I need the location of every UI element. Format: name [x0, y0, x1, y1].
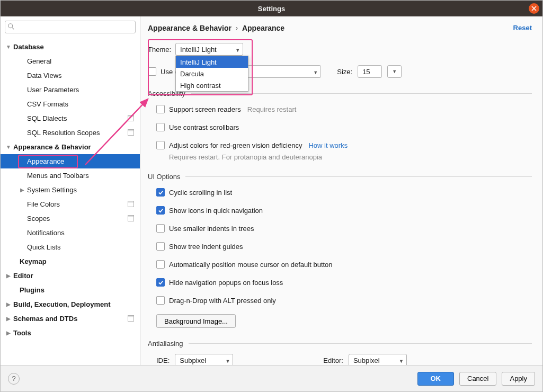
sidebar-item-label: Appearance — [26, 157, 64, 165]
antialiasing-title: Antialiasing — [148, 340, 183, 348]
sidebar-item-label: Editor — [12, 272, 33, 280]
editor-aa-label: Editor: — [323, 357, 343, 364]
sidebar-item-user-parameters[interactable]: User Parameters — [1, 83, 140, 97]
body: ▼DatabaseGeneralData ViewsUser Parameter… — [1, 16, 542, 365]
breadcrumb-current: Appearance — [242, 24, 284, 32]
sidebar-item-keymap[interactable]: Keymap — [1, 254, 140, 269]
sidebar-item-label: Menus and Toolbars — [26, 172, 89, 180]
tree-guides-checkbox[interactable]: Show tree indent guides — [156, 240, 243, 253]
theme-dropdown[interactable]: IntelliJ Light ▼ — [175, 43, 243, 56]
close-button[interactable] — [529, 3, 539, 14]
theme-option-darcula[interactable]: Darcula — [176, 68, 248, 79]
apply-button[interactable]: Apply — [502, 372, 535, 386]
chevron-down-icon: ▼ — [392, 69, 397, 74]
sidebar-item-scopes[interactable]: Scopes — [1, 211, 140, 226]
chevron-right-icon: ▶ — [19, 187, 26, 193]
sidebar-item-editor[interactable]: ▶Editor — [1, 269, 140, 283]
cancel-button[interactable]: Cancel — [459, 372, 496, 386]
sidebar-item-database[interactable]: ▼Database — [1, 40, 140, 54]
sidebar-item-quick-lists[interactable]: Quick Lists — [1, 240, 140, 254]
screen-readers-checkbox[interactable]: Support screen readers — [156, 103, 241, 115]
sidebar-item-label: Quick Lists — [26, 243, 61, 251]
theme-option-intellij-light[interactable]: IntelliJ Light — [176, 56, 248, 68]
breadcrumb-parent: Appearance & Behavior — [148, 24, 232, 32]
sidebar-item-appearance[interactable]: Appearance — [1, 154, 140, 168]
help-icon: ? — [12, 375, 15, 382]
sidebar-item-label: SQL Dialects — [26, 114, 67, 122]
cyclic-scrolling-checkbox[interactable]: Cyclic scrolling in list — [156, 186, 232, 199]
sidebar-item-notifications[interactable]: Notifications — [1, 226, 140, 240]
chevron-down-icon: ▼ — [5, 44, 12, 50]
editor-aa-dropdown[interactable]: Subpixel▼ — [349, 354, 407, 365]
svg-line-1 — [12, 28, 14, 30]
sidebar-item-build-execution-deployment[interactable]: ▶Build, Execution, Deployment — [1, 297, 140, 311]
font-size-stepper[interactable]: ▼ — [387, 65, 402, 78]
smaller-indents-checkbox[interactable]: Use smaller indents in trees — [156, 222, 254, 235]
chevron-down-icon: ▼ — [399, 359, 404, 364]
ok-button[interactable]: OK — [417, 372, 455, 386]
ui-options-section: UI Options Cyclic scrolling in list Show… — [148, 173, 532, 328]
drag-alt-checkbox[interactable]: Drag-n-Drop with ALT pressed only — [156, 294, 276, 307]
sidebar-item-label: Keymap — [19, 257, 47, 265]
contrast-scrollbars-checkbox[interactable]: Use contrast scrollbars — [156, 121, 239, 133]
chevron-down-icon: ▼ — [225, 359, 230, 364]
auto-cursor-checkbox[interactable]: Automatically position mouse cursor on d… — [156, 258, 333, 271]
sidebar-item-tools[interactable]: ▶Tools — [1, 326, 140, 340]
close-icon — [531, 6, 537, 11]
svg-rect-11 — [128, 316, 134, 317]
breadcrumb: Appearance & Behavior › Appearance — [148, 24, 532, 32]
how-it-works-link[interactable]: How it works — [308, 141, 348, 149]
sidebar-item-general[interactable]: General — [1, 54, 140, 68]
sidebar-item-label: Plugins — [19, 286, 44, 294]
svg-rect-5 — [128, 130, 134, 131]
project-icon — [127, 129, 135, 136]
chevron-right-icon: ▶ — [5, 273, 12, 279]
sidebar-item-plugins[interactable]: Plugins — [1, 283, 140, 297]
sidebar-item-label: General — [26, 57, 51, 65]
sidebar-item-label: System Settings — [26, 186, 77, 194]
settings-tree[interactable]: ▼DatabaseGeneralData ViewsUser Parameter… — [1, 38, 140, 365]
help-button[interactable]: ? — [8, 373, 20, 385]
project-icon — [127, 315, 135, 322]
sidebar-item-label: Build, Execution, Deployment — [12, 300, 110, 308]
show-icons-checkbox[interactable]: Show icons in quick navigation — [156, 204, 263, 217]
background-image-button[interactable]: Background Image... — [156, 314, 236, 328]
use-custom-font-checkbox[interactable]: Use c — [148, 65, 178, 78]
antialiasing-section: Antialiasing IDE: Subpixel▼ Editor: Subp… — [148, 340, 532, 365]
sidebar-item-schemas-and-dtds[interactable]: ▶Schemas and DTDs — [1, 311, 140, 326]
theme-option-high-contrast[interactable]: High contrast — [176, 79, 248, 91]
project-icon — [127, 114, 135, 122]
sidebar-item-csv-formats[interactable]: CSV Formats — [1, 97, 140, 111]
hide-popups-checkbox[interactable]: Hide navigation popups on focus loss — [156, 276, 283, 289]
ui-options-title: UI Options — [148, 173, 180, 181]
font-size-input[interactable]: 15 — [358, 65, 382, 78]
ide-aa-dropdown[interactable]: Subpixel▼ — [175, 354, 233, 365]
color-deficiency-hint: Requires restart. For protanopia and deu… — [148, 153, 532, 161]
sidebar-item-label: Data Views — [26, 72, 62, 79]
search-field[interactable] — [5, 21, 136, 33]
sidebar-item-label: Tools — [12, 329, 31, 337]
ide-aa-label: IDE: — [156, 357, 170, 364]
reset-link[interactable]: Reset — [513, 24, 532, 32]
sidebar-item-data-views[interactable]: Data Views — [1, 68, 140, 83]
font-size-label: Size: — [337, 68, 352, 76]
main-panel: Appearance & Behavior › Appearance Reset… — [140, 16, 542, 365]
sidebar-item-label: SQL Resolution Scopes — [26, 129, 100, 137]
sidebar-item-sql-resolution-scopes[interactable]: SQL Resolution Scopes — [1, 126, 140, 140]
sidebar-item-file-colors[interactable]: File Colors — [1, 197, 140, 211]
search-input[interactable] — [5, 21, 136, 33]
sidebar-item-label: User Parameters — [26, 86, 79, 94]
chevron-down-icon: ▼ — [235, 48, 240, 53]
svg-rect-3 — [128, 115, 134, 117]
sidebar-item-appearance-behavior[interactable]: ▼Appearance & Behavior — [1, 140, 140, 154]
chevron-down-icon: ▼ — [313, 70, 318, 75]
sidebar-item-menus-and-toolbars[interactable]: Menus and Toolbars — [1, 168, 140, 183]
sidebar-item-label: CSV Formats — [26, 100, 68, 108]
theme-dropdown-list[interactable]: IntelliJ LightDarculaHigh contrast — [175, 56, 248, 92]
sidebar-item-sql-dialects[interactable]: SQL Dialects — [1, 111, 140, 126]
project-icon — [127, 200, 135, 208]
window-title: Settings — [258, 5, 285, 13]
settings-window: Settings ▼DatabaseGeneralData ViewsUser … — [0, 0, 543, 392]
color-deficiency-checkbox[interactable]: Adjust colors for red-green vision defic… — [156, 139, 302, 152]
sidebar-item-system-settings[interactable]: ▶System Settings — [1, 183, 140, 197]
